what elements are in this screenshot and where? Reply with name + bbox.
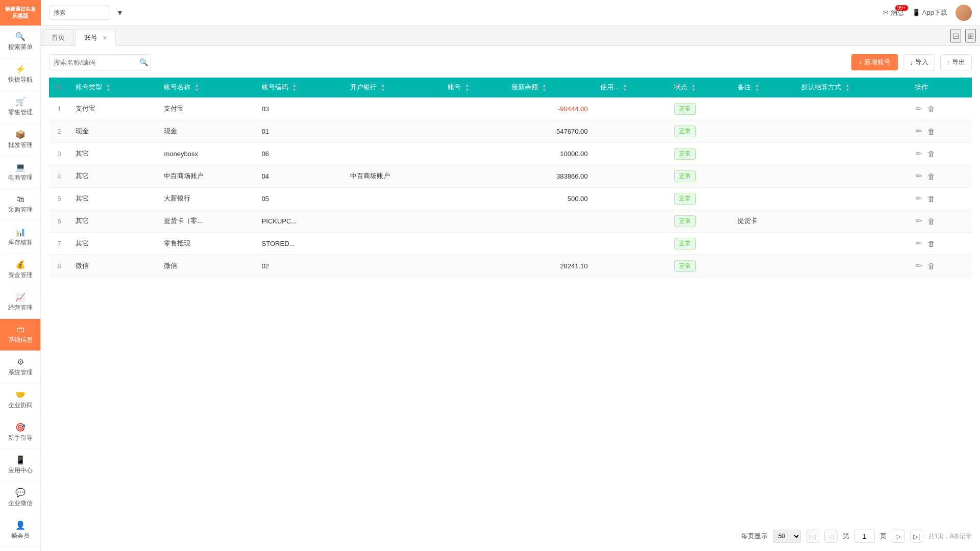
- th-balance[interactable]: 最新余额 ▲▼: [505, 78, 594, 97]
- sidebar-item-wechat[interactable]: 💬 企业微信: [0, 482, 40, 514]
- th-gear[interactable]: ⚙: [49, 78, 69, 97]
- sidebar-item-agreement[interactable]: 🤝 企业协同: [0, 384, 40, 416]
- column-settings-icon[interactable]: ⚙: [55, 83, 62, 91]
- page-number-input[interactable]: [854, 530, 875, 543]
- delete-button[interactable]: 🗑: [926, 126, 936, 137]
- app-download-button[interactable]: 📱 App下载: [912, 8, 947, 17]
- row-type: 其它: [69, 142, 158, 165]
- sidebar-item-ecommerce[interactable]: 💻 电商管理: [0, 156, 40, 189]
- delete-button[interactable]: 🗑: [926, 104, 936, 114]
- add-account-button[interactable]: + 新增账号: [851, 54, 898, 70]
- th-remark[interactable]: 备注 ▲▼: [731, 78, 795, 97]
- sidebar-item-basic[interactable]: 🗃 基础信息: [0, 319, 40, 351]
- row-code: 06: [256, 142, 345, 165]
- sidebar-item-business[interactable]: 📈 经营管理: [0, 286, 40, 319]
- delete-button[interactable]: 🗑: [926, 238, 936, 249]
- maximize-tab-button[interactable]: ⊞: [965, 29, 976, 42]
- th-name[interactable]: 账号名称 ▲▼: [158, 78, 255, 97]
- sidebar-item-label: 企业协同: [2, 401, 38, 410]
- sidebar-item-system[interactable]: ⚙ 系统管理: [0, 351, 40, 384]
- tab-account[interactable]: 账号 ✕: [76, 30, 116, 46]
- sidebar-item-label: 经营管理: [2, 304, 38, 312]
- delete-button[interactable]: 🗑: [926, 171, 936, 182]
- search-input[interactable]: [54, 59, 139, 66]
- edit-button[interactable]: ✏: [915, 126, 923, 137]
- table-row: 2 现金 现金 01 547670.00 正常 ✏ 🗑: [49, 120, 972, 142]
- row-type: 支付宝: [69, 97, 158, 120]
- per-page-select[interactable]: 50 100 200: [773, 530, 801, 543]
- row-num: 6: [49, 210, 69, 232]
- topbar-search-input[interactable]: [49, 6, 110, 20]
- user-avatar[interactable]: [955, 5, 972, 21]
- import-button[interactable]: ↓ 导入: [903, 54, 935, 70]
- sidebar-item-label: 基础信息: [2, 336, 38, 344]
- sidebar-item-search[interactable]: 🔍 搜索菜单: [0, 26, 40, 58]
- th-account[interactable]: 账号 ▲▼: [442, 78, 505, 97]
- sidebar-item-inventory[interactable]: 📊 库存核算: [0, 221, 40, 254]
- tab-close-button[interactable]: ✕: [103, 35, 107, 41]
- th-bank[interactable]: 开户银行 ▲▼: [344, 78, 442, 97]
- prev-page-button[interactable]: ◁: [824, 530, 838, 543]
- row-type: 其它: [69, 232, 158, 255]
- ecommerce-icon: 💻: [2, 162, 38, 172]
- delete-button[interactable]: 🗑: [926, 216, 936, 227]
- edit-button[interactable]: ✏: [915, 170, 923, 182]
- minimize-tab-button[interactable]: ⊟: [950, 29, 961, 42]
- row-type: 微信: [69, 255, 158, 277]
- toolbar-right: + 新增账号 ↓ 导入 ↑ 导出: [851, 54, 972, 70]
- row-account: [442, 255, 505, 277]
- sidebar-item-retail[interactable]: 🛒 零售管理: [0, 91, 40, 123]
- th-status[interactable]: 状态 ▲▼: [668, 78, 732, 97]
- row-account: [442, 232, 505, 255]
- row-code: STORED...: [256, 232, 345, 255]
- topbar-dropdown-arrow[interactable]: ▼: [116, 9, 124, 17]
- logo-line2: 乐惠版: [5, 12, 36, 19]
- sidebar-item-guide[interactable]: 🎯 新手引导: [0, 416, 40, 449]
- sidebar-item-appcenter[interactable]: 📱 应用中心: [0, 449, 40, 482]
- import-label: 导入: [915, 58, 928, 67]
- sidebar-item-member[interactable]: 👤 畅会员: [0, 514, 40, 547]
- last-page-button[interactable]: ▷|: [910, 530, 923, 543]
- row-code: 01: [256, 120, 345, 142]
- sidebar-item-wholesale[interactable]: 📦 批发管理: [0, 123, 40, 156]
- next-page-button[interactable]: ▷: [892, 530, 905, 543]
- edit-button[interactable]: ✏: [915, 238, 923, 249]
- delete-button[interactable]: 🗑: [926, 148, 936, 159]
- row-bank: [344, 187, 442, 210]
- status-badge: 正常: [674, 238, 696, 249]
- row-balance: 28241.10: [505, 255, 594, 277]
- row-action: ✏ 🗑: [909, 255, 972, 277]
- message-button[interactable]: ✉ 消息 99+: [883, 8, 904, 17]
- sidebar-item-finance[interactable]: 💰 资金管理: [0, 254, 40, 286]
- table-row: 7 其它 零售抵现 STORED... 正常 ✏ 🗑: [49, 232, 972, 255]
- sidebar-item-label: 新手引导: [2, 434, 38, 442]
- row-num: 5: [49, 187, 69, 210]
- export-button[interactable]: ↑ 导出: [940, 54, 972, 70]
- sort-code-icon: ▲▼: [292, 83, 297, 92]
- page-suffix: 页: [880, 532, 887, 541]
- row-remark: [731, 232, 795, 255]
- edit-button[interactable]: ✏: [915, 260, 923, 271]
- th-usage[interactable]: 使用... ▲▼: [594, 78, 668, 97]
- edit-button[interactable]: ✏: [915, 103, 923, 114]
- table-body: 1 支付宝 支付宝 03 -90444.00 正常 ✏ 🗑 2 现金 现金 01…: [49, 97, 972, 277]
- tab-home[interactable]: 首页: [43, 29, 74, 45]
- delete-button[interactable]: 🗑: [926, 261, 936, 271]
- row-name: 现金: [158, 120, 255, 142]
- th-type[interactable]: 账号类型 ▲▼: [69, 78, 158, 97]
- sort-usage-icon: ▲▼: [623, 83, 627, 92]
- search-icon[interactable]: 🔍: [139, 58, 148, 66]
- edit-button[interactable]: ✏: [915, 215, 923, 227]
- row-default-settle: [795, 97, 909, 120]
- th-default-settle[interactable]: 默认结算方式 ▲▼: [795, 78, 909, 97]
- row-type: 其它: [69, 187, 158, 210]
- th-code[interactable]: 账号编码 ▲▼: [256, 78, 345, 97]
- edit-button[interactable]: ✏: [915, 193, 923, 204]
- edit-button[interactable]: ✏: [915, 148, 923, 159]
- sidebar-item-purchase[interactable]: 🛍 采购管理: [0, 189, 40, 221]
- sidebar-item-shortcuts[interactable]: ⚡ 快捷导航: [0, 58, 40, 91]
- row-bank: [344, 255, 442, 277]
- first-page-button[interactable]: |◁: [806, 530, 819, 543]
- delete-button[interactable]: 🗑: [926, 193, 936, 204]
- tabbar-actions: ⊟ ⊞: [950, 29, 976, 42]
